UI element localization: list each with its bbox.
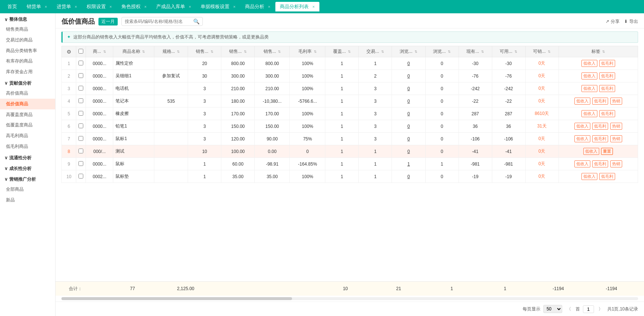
settings-icon[interactable]: ⚙ xyxy=(67,49,71,55)
search-icon[interactable]: 🔍 xyxy=(193,18,199,24)
sort-sales1-icon[interactable]: ⇅ xyxy=(211,50,214,54)
scrollbar-thumb[interactable] xyxy=(61,297,292,300)
th-spec[interactable]: 规格... ⇅ xyxy=(154,46,188,57)
th-settings[interactable]: ⚙ xyxy=(62,46,76,57)
row-checkbox-10[interactable] xyxy=(76,170,86,183)
per-page-select[interactable]: 50 100 xyxy=(543,305,562,313)
sidebar-item-low-value[interactable]: 低价值商品 xyxy=(0,99,55,109)
share-button[interactable]: ↗ 分享 xyxy=(606,18,620,25)
sidebar-section-circulation[interactable]: ∨ 流通性分析 xyxy=(0,152,55,163)
checkbox-2[interactable] xyxy=(78,73,83,78)
th-stock2[interactable]: 可用... ⇅ xyxy=(492,46,525,57)
row-browse1-10[interactable]: 0 xyxy=(392,170,425,183)
row-checkbox-1[interactable] xyxy=(76,57,86,70)
sidebar-item-low-coverage[interactable]: 低覆盖度商品 xyxy=(0,120,55,130)
nav-sales[interactable]: 销货单 × xyxy=(22,2,51,11)
checkbox-3[interactable] xyxy=(78,86,83,91)
sidebar-section-growth[interactable]: ∨ 成长性分析 xyxy=(0,163,55,173)
sidebar-item-stock-funds[interactable]: 库存资金占用 xyxy=(0,67,55,77)
sidebar-section-contribution[interactable]: ∨ 贡献值分析 xyxy=(0,77,55,88)
table-container[interactable]: ⚙ 商... ⇅ 商品名称 ⇅ 规格... ⇅ 销售... ⇅ 销售... ⇅ … xyxy=(56,46,644,281)
sort-stock2-icon[interactable]: ⇅ xyxy=(514,50,517,54)
nav-analysis-close[interactable]: × xyxy=(268,4,270,9)
th-gross[interactable]: 毛利率 ⇅ xyxy=(290,46,325,57)
row-browse1-2[interactable]: 0 xyxy=(392,70,425,82)
th-tags[interactable]: 标签 ⇅ xyxy=(559,46,638,57)
nav-analysis-list-close[interactable]: × xyxy=(312,4,315,9)
row-checkbox-6[interactable] xyxy=(76,120,86,133)
th-browse1[interactable]: 浏览... ⇅ xyxy=(392,46,425,57)
row-checkbox-8[interactable] xyxy=(76,145,86,158)
th-coverage[interactable]: 覆盖... ⇅ xyxy=(325,46,359,57)
last-page-button[interactable]: 〉 xyxy=(597,305,604,313)
checkbox-6[interactable] xyxy=(78,123,83,128)
row-browse1-3[interactable]: 0 xyxy=(392,82,425,95)
sort-gross-icon[interactable]: ⇅ xyxy=(314,50,317,54)
checkbox-5[interactable] xyxy=(78,111,83,116)
sort-tags-icon[interactable]: ⇅ xyxy=(602,50,605,54)
sort-sales2-icon[interactable]: ⇅ xyxy=(244,50,247,54)
sidebar-item-high-value[interactable]: 高价值商品 xyxy=(0,88,55,99)
sort-stock1-icon[interactable]: ⇅ xyxy=(481,50,484,54)
row-checkbox-2[interactable] xyxy=(76,70,86,82)
row-browse1-8[interactable]: 0 xyxy=(392,145,425,158)
nav-roles-close[interactable]: × xyxy=(144,4,147,9)
filter-tag-month[interactable]: 近一月 xyxy=(98,18,118,26)
nav-purchase-close[interactable]: × xyxy=(75,4,77,9)
th-name[interactable]: 商品名称 ⇅ xyxy=(113,46,154,57)
checkbox-7[interactable] xyxy=(78,136,83,141)
checkbox-8[interactable] xyxy=(78,149,83,153)
scrollbar-area[interactable] xyxy=(56,296,644,302)
row-checkbox-4[interactable] xyxy=(76,95,86,108)
sort-trade-icon[interactable]: ⇅ xyxy=(381,50,384,54)
checkbox-4[interactable] xyxy=(78,98,83,103)
sort-coverage-icon[interactable]: ⇅ xyxy=(348,50,351,54)
sort-name-icon[interactable]: ⇅ xyxy=(142,50,145,54)
th-checkbox[interactable] xyxy=(76,46,86,57)
row-browse1-1[interactable]: 0 xyxy=(392,57,425,70)
sidebar-item-low-margin[interactable]: 低毛利商品 xyxy=(0,141,55,152)
export-button[interactable]: ⬇ 导出 xyxy=(624,18,638,25)
th-stock3[interactable]: 可销... ⇅ xyxy=(525,46,559,57)
row-browse1-4[interactable]: 0 xyxy=(392,95,425,108)
sidebar-item-sales-goods[interactable]: 销售类商品 xyxy=(0,24,55,35)
nav-home[interactable]: 首页 xyxy=(3,2,21,11)
nav-purchase[interactable]: 进货单 × xyxy=(52,2,81,11)
sidebar-item-stocked-goods[interactable]: 有库存的商品 xyxy=(0,56,55,67)
nav-analysis[interactable]: 商品分析 × xyxy=(241,2,275,11)
nav-permissions-close[interactable]: × xyxy=(110,4,112,9)
nav-products-close[interactable]: × xyxy=(189,4,191,9)
row-browse1-6[interactable]: 0 xyxy=(392,120,425,133)
sidebar-item-all-goods[interactable]: 全部商品 xyxy=(0,184,55,195)
row-checkbox-9[interactable] xyxy=(76,158,86,170)
nav-templates-close[interactable]: × xyxy=(233,4,235,9)
sort-stock3-icon[interactable]: ⇅ xyxy=(548,50,551,54)
sidebar-item-high-coverage[interactable]: 高覆盖度商品 xyxy=(0,109,55,120)
sidebar-item-category-rate[interactable]: 商品分类销售率 xyxy=(0,45,55,56)
first-page-button[interactable]: 〈 xyxy=(565,305,573,313)
nav-templates[interactable]: 单据模板设置 × xyxy=(196,2,240,11)
row-checkbox-7[interactable] xyxy=(76,133,86,145)
sort-code-icon[interactable]: ⇅ xyxy=(103,50,106,54)
th-sales3[interactable]: 销售... ⇅ xyxy=(255,46,290,57)
th-browse2[interactable]: 浏览... ⇅ xyxy=(425,46,459,57)
nav-roles[interactable]: 角色授权 × xyxy=(117,2,151,11)
page-number-input[interactable] xyxy=(583,305,594,313)
sort-sales3-icon[interactable]: ⇅ xyxy=(278,50,281,54)
checkbox-9[interactable] xyxy=(78,161,83,166)
row-checkbox-5[interactable] xyxy=(76,108,86,120)
row-checkbox-3[interactable] xyxy=(76,82,86,95)
nav-permissions[interactable]: 权限设置 × xyxy=(82,2,116,11)
sidebar-item-new-goods[interactable]: 新品 xyxy=(0,195,55,205)
search-input[interactable] xyxy=(125,19,191,24)
th-sales1[interactable]: 销售... ⇅ xyxy=(188,46,221,57)
nav-products[interactable]: 产成品入库单 × xyxy=(152,2,195,11)
nav-analysis-list[interactable]: 商品分析列表 × xyxy=(275,2,319,11)
sort-spec-icon[interactable]: ⇅ xyxy=(177,50,180,54)
sidebar-section-overall[interactable]: ∨ 整体信息 xyxy=(0,13,55,24)
sort-browse2-icon[interactable]: ⇅ xyxy=(448,50,451,54)
checkbox-10[interactable] xyxy=(78,174,83,179)
checkbox-1[interactable] xyxy=(78,61,83,65)
row-browse1-7[interactable]: 0 xyxy=(392,133,425,145)
sort-browse1-icon[interactable]: ⇅ xyxy=(415,50,417,54)
